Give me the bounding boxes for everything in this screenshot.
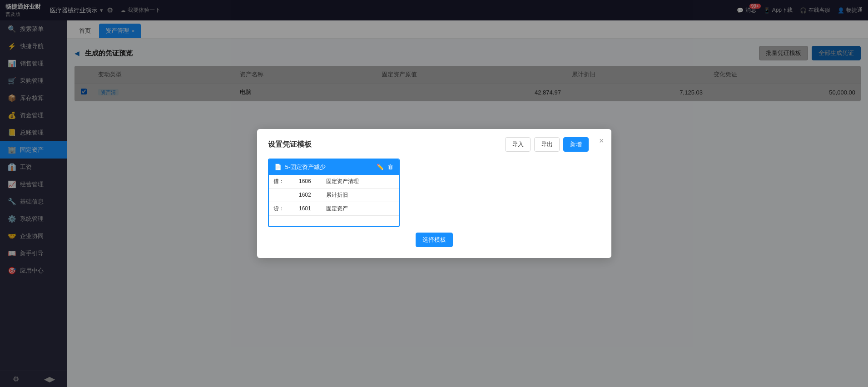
- import-btn[interactable]: 导入: [505, 137, 531, 152]
- entry-code-3: 1601: [294, 202, 322, 215]
- entry-type-1: 借：: [269, 175, 295, 189]
- template-card: 📄 5-固定资产减少 ✏️ 🗑 借：: [268, 159, 400, 228]
- template-doc-icon: 📄: [274, 164, 282, 170]
- modal-overlay: × 设置凭证模板 导入 导出 新增 📄 5-固定资产减少 ✏️: [67, 20, 868, 387]
- modal-toolbar: 导入 导出 新增: [505, 137, 589, 152]
- template-edit-icon[interactable]: ✏️: [377, 164, 384, 170]
- entry-name-1: 固定资产清理: [322, 175, 375, 189]
- new-btn[interactable]: 新增: [563, 137, 589, 152]
- template-entry-row-1: 借： 1606 固定资产清理: [269, 175, 399, 189]
- entry-credit-2: [387, 188, 399, 202]
- entry-debit-1: [375, 175, 387, 189]
- template-card-body: 借： 1606 固定资产清理 1602: [269, 175, 399, 227]
- template-select-area: 选择模板: [268, 233, 600, 247]
- entry-debit-2: [375, 188, 387, 202]
- template-card-title: 5-固定资产减少: [285, 163, 373, 171]
- export-btn[interactable]: 导出: [534, 137, 560, 152]
- template-entries-table: 借： 1606 固定资产清理 1602: [269, 175, 399, 227]
- entry-code-2: 1602: [294, 188, 322, 202]
- entry-credit-1: [387, 175, 399, 189]
- template-delete-icon[interactable]: 🗑: [387, 164, 393, 170]
- entry-type-3: 贷：: [269, 202, 295, 215]
- template-entry-row-2: 1602 累计折旧: [269, 188, 399, 202]
- template-card-header: 📄 5-固定资产减少 ✏️ 🗑: [269, 159, 399, 175]
- entry-name-2: 累计折旧: [322, 188, 375, 202]
- select-template-btn[interactable]: 选择模板: [416, 233, 453, 247]
- entry-credit-3: [387, 202, 399, 215]
- entry-debit-3: [375, 202, 387, 215]
- content-area: 首页 资产管理 × ◀ 生成的凭证预览 批量凭证模板 全部生成凭证: [67, 20, 868, 387]
- template-entry-row-4: [269, 215, 399, 226]
- template-entry-row-3: 贷： 1601 固定资产: [269, 202, 399, 215]
- entry-code-1: 1606: [294, 175, 322, 189]
- entry-name-3: 固定资产: [322, 202, 375, 215]
- entry-type-2: [269, 188, 295, 202]
- modal-close-btn[interactable]: ×: [599, 136, 604, 146]
- modal-dialog: × 设置凭证模板 导入 导出 新增 📄 5-固定资产减少 ✏️: [257, 129, 611, 258]
- template-card-actions: ✏️ 🗑: [377, 164, 393, 170]
